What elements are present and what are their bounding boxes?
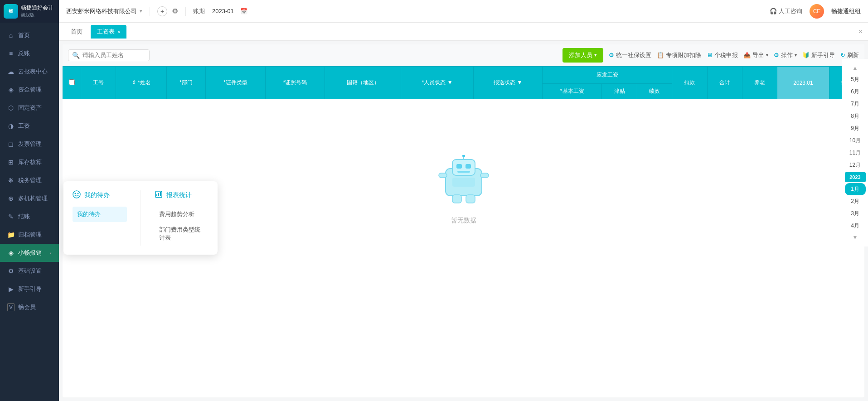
calendar-up-button[interactable]: ▲ [850,63,861,73]
assets-icon: ⬡ [7,104,15,111]
select-all-header[interactable] [63,67,81,99]
sidebar-item-ledger[interactable]: ≡ 总账 [0,44,59,63]
col-allowance: 津贴 [602,84,637,99]
period-value: 2023-01 [212,8,234,14]
col-payable-wages: 应发工资 [542,67,672,84]
tax-report-action[interactable]: 🖥 个税申报 [707,51,738,59]
sidebar-item-multi[interactable]: ⊕ 多机构管理 [0,189,59,208]
sidebar-item-funds[interactable]: ◈ 资金管理 [0,81,59,99]
salary-icon: ◑ [7,122,15,130]
divider2 [185,7,186,16]
sidebar-item-inventory[interactable]: ⊞ 库存核算 [0,153,59,171]
cal-month-2022-7[interactable]: 7月 [845,98,866,110]
guide-icon: ▶ [7,285,15,293]
settle-icon: ✎ [7,213,15,220]
sidebar-item-member[interactable]: V 畅会员 [0,298,59,316]
cal-month-2023-2[interactable]: 2月 [845,195,866,208]
cal-year-2023: 2023 [845,172,866,182]
col-dept: *部门 [166,67,205,99]
popup-item-pending[interactable]: 我的待办 [73,207,127,222]
search-input[interactable] [82,52,141,58]
avatar: CE [810,4,824,19]
export-action[interactable]: 📤 导出 ▾ [743,51,768,59]
export-arrow-icon: ▾ [766,53,768,58]
select-all-checkbox[interactable] [69,79,75,85]
tab-close-icon[interactable]: × [117,29,120,34]
tabs-close-all-icon[interactable]: × [858,28,863,36]
pending-title-icon [73,190,81,200]
calendar-icon[interactable]: 📅 [240,8,247,14]
popup-col-pending: 我的待办 我的待办 [73,190,127,246]
col-status: *人员状态 ▼ [401,67,474,99]
social-security-icon: ⚙ [609,52,614,58]
cal-month-2022-9[interactable]: 9月 [845,122,866,135]
sidebar-item-salary[interactable]: ◑ 工资 [0,117,59,135]
svg-rect-7 [439,173,447,178]
sidebar-item-settle[interactable]: ✎ 结账 [0,208,59,226]
service-button[interactable]: 🎧 人工咨询 [770,7,802,15]
sidebar-item-archive[interactable]: 📁 归档管理 [0,226,59,244]
add-tab-button[interactable]: + [157,6,167,16]
filter-icon[interactable]: ▼ [447,79,453,86]
username[interactable]: 畅捷通组组 [831,7,861,15]
svg-point-12 [73,191,80,198]
salary-table: 工号 ⇕ *姓名 *部门 *证件类型 *证照号码 国籍（地区） *人员状态 ▼ … [63,66,864,99]
refresh-action[interactable]: ↻ 刷新 [840,51,859,59]
tab-home[interactable]: 首页 [64,25,89,39]
svg-rect-10 [452,195,461,203]
col-name: ⇕ *姓名 [116,67,166,99]
basic-icon: ⚙ [7,267,15,275]
operate-arrow-icon: ▾ [795,53,797,58]
invoice-icon: ◻ [7,140,15,148]
sidebar-item-assets[interactable]: ⬡ 固定资产 [0,99,59,117]
special-deduct-action[interactable]: 📋 专项附加扣除 [657,51,701,59]
col-id-type: *证件类型 [206,67,266,99]
social-security-action[interactable]: ⚙ 统一社保设置 [609,51,651,59]
special-deduct-icon: 📋 [657,52,664,58]
popup-col-reports: 报表统计 费用趋势分析 部门费用类型统计表 [155,190,209,246]
cal-month-2022-6[interactable]: 6月 [845,86,866,98]
sidebar: 畅 畅捷通好会计 旗舰版 ⌂ 首页 ≡ 总账 ☁ 云报表中心 ◈ 资金管理 ⬡ … [0,0,59,401]
sidebar-item-guide[interactable]: ▶ 新手引导 [0,280,59,298]
col-total: 合计 [707,67,742,99]
member-icon: V [7,303,15,311]
cal-month-2022-10[interactable]: 10月 [845,135,866,147]
popup-divider [141,190,141,246]
search-box: 🔍 [68,49,150,61]
company-selector[interactable]: 西安虾米网络科技有限公司 ▾ [66,7,142,15]
tab-salary-table[interactable]: 工资表 × [91,25,126,39]
empty-robot-illustration [436,155,491,209]
sidebar-item-home[interactable]: ⌂ 首页 [0,26,59,44]
sidebar-item-invoice[interactable]: ◻ 发票管理 [0,135,59,153]
empty-text: 暂无数据 [451,217,476,225]
right-calendar-panel: ▲ 5月 6月 7月 8月 9月 10月 11月 12月 2023 1月 2月 … [842,59,868,246]
toolbar: 🔍 添加人员 ▾ ⚙ 统一社保设置 📋 专项附加扣除 🖥 个税 [63,44,864,66]
sidebar-item-expense[interactable]: ◈ 小畅报销 ‹ [0,244,59,262]
refresh-icon: ↻ [840,52,845,58]
cal-month-2023-3[interactable]: 3月 [845,208,866,220]
sidebar-item-reports[interactable]: ☁ 云报表中心 [0,63,59,81]
sidebar-item-basic[interactable]: ⚙ 基础设置 [0,262,59,280]
operate-action[interactable]: ⚙ 操作 ▾ [774,51,797,59]
reports-title-icon [155,190,163,200]
cal-month-2023-4[interactable]: 4月 [845,220,866,232]
svg-point-13 [75,193,76,194]
sidebar-item-tax[interactable]: ❋ 税务管理 [0,171,59,189]
col-period: 2023.01 [777,67,829,99]
cal-month-2022-5[interactable]: 5月 [845,73,866,86]
tax-report-icon: 🖥 [707,52,713,58]
period-label: 账期 [193,7,205,15]
cal-month-2022-11[interactable]: 11月 [845,147,866,159]
settings-icon[interactable]: ⚙ [172,7,178,15]
cal-month-2022-8[interactable]: 8月 [845,110,866,122]
calendar-down-button[interactable]: ▼ [850,232,861,243]
cal-month-2023-1[interactable]: 1月 [845,183,866,195]
guide-action[interactable]: 🔰 新手引导 [802,51,835,59]
popup-item-cost-trend[interactable]: 费用趋势分析 [155,207,209,222]
expense-icon: ◈ [7,249,15,256]
cal-month-2022-12[interactable]: 12月 [845,159,866,171]
guide-toolbar-icon: 🔰 [802,52,810,58]
add-person-button[interactable]: 添加人员 ▾ [563,48,603,63]
filter2-icon[interactable]: ▼ [517,79,522,86]
popup-item-dept-cost[interactable]: 部门费用类型统计表 [155,222,209,246]
